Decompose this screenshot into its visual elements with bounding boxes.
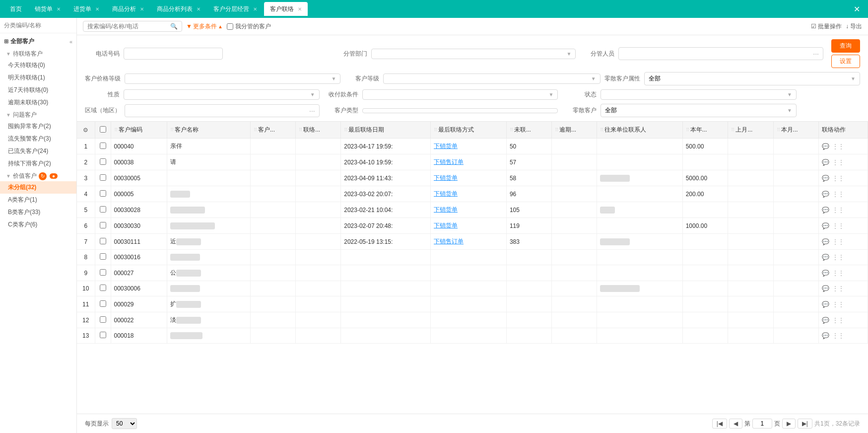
window-close-icon[interactable]: ✕ bbox=[850, 4, 864, 14]
row-check[interactable] bbox=[95, 170, 111, 186]
row-check[interactable] bbox=[95, 234, 111, 250]
row-checkbox[interactable] bbox=[100, 158, 106, 165]
sidebar-item-7days[interactable]: 近7天待联络(0) bbox=[0, 84, 76, 96]
row-last-contact-method[interactable]: 下销售订单 bbox=[431, 154, 507, 170]
problem-customers-group[interactable]: ▼ 问题客户 bbox=[0, 109, 76, 120]
more-icon[interactable]: ⋮⋮ bbox=[832, 332, 844, 339]
more-icon[interactable]: ⋮⋮ bbox=[832, 270, 844, 277]
region-dots-icon[interactable]: ··· bbox=[309, 107, 315, 115]
row-check[interactable] bbox=[95, 139, 111, 154]
sidebar-item-tomorrow[interactable]: 明天待联络(1) bbox=[0, 72, 76, 84]
next-page-btn[interactable]: ▶ bbox=[782, 419, 796, 429]
row-last-contact-method[interactable]: 下销货单 bbox=[431, 170, 507, 186]
row-checkbox[interactable] bbox=[100, 238, 106, 244]
filter-search-input[interactable] bbox=[87, 23, 168, 30]
first-page-btn[interactable]: |◀ bbox=[712, 419, 727, 429]
comment-icon[interactable]: 💬 bbox=[822, 191, 829, 198]
sidebar-item-today[interactable]: 今天待联络(0) bbox=[0, 59, 76, 72]
contact-method-link[interactable]: 下销售订单 bbox=[434, 158, 464, 165]
close-customer-contact-icon[interactable]: ✕ bbox=[298, 6, 302, 12]
payment-select[interactable]: ▼ bbox=[362, 89, 558, 100]
row-checkbox[interactable] bbox=[100, 332, 106, 338]
comment-icon[interactable]: 💬 bbox=[822, 159, 829, 166]
filter-search-container[interactable]: 🔍 bbox=[83, 21, 182, 32]
more-icon[interactable]: ⋮⋮ bbox=[832, 143, 844, 150]
row-last-contact-method[interactable]: 下销货单 bbox=[431, 202, 507, 218]
close-product-analysis-icon[interactable]: ✕ bbox=[140, 6, 144, 12]
close-sales-icon[interactable]: ✕ bbox=[57, 6, 61, 12]
contact-method-link[interactable]: 下销货单 bbox=[434, 222, 458, 229]
reset-button[interactable]: 设置 bbox=[831, 55, 860, 68]
sidebar-item-declining[interactable]: 持续下滑客户(2) bbox=[0, 157, 76, 170]
contact-method-link[interactable]: 下销货单 bbox=[434, 190, 458, 197]
nature-select[interactable]: ▼ bbox=[124, 89, 320, 100]
sidebar-item-class-a[interactable]: A类客户(1) bbox=[0, 194, 76, 206]
filter-search-icon[interactable]: 🔍 bbox=[170, 23, 178, 30]
more-icon[interactable]: ⋮⋮ bbox=[832, 191, 844, 198]
sidebar-search-container[interactable]: 🔍 bbox=[0, 18, 76, 33]
comment-icon[interactable]: 💬 bbox=[822, 332, 829, 339]
price-level-select[interactable]: ▼ bbox=[125, 73, 340, 84]
sidebar-item-attrition-warning[interactable]: 流失预警客户(3) bbox=[0, 133, 76, 145]
close-product-analysis-list-icon[interactable]: ✕ bbox=[197, 6, 200, 12]
customer-type-select[interactable] bbox=[362, 108, 558, 113]
more-icon[interactable]: ⋮⋮ bbox=[832, 238, 844, 245]
tab-product-analysis-list[interactable]: 商品分析列表 ✕ bbox=[151, 2, 206, 16]
sidebar-item-overdue[interactable]: 逾期未联络(30) bbox=[0, 96, 76, 109]
manager-dots-icon[interactable]: ··· bbox=[813, 50, 819, 58]
value-customers-group[interactable]: ▼ 价值客户 ↻ ● bbox=[0, 170, 76, 181]
check-col[interactable] bbox=[95, 122, 111, 139]
comment-icon[interactable]: 💬 bbox=[822, 301, 829, 308]
more-conditions-btn[interactable]: ▼ 更多条件 ▲ bbox=[186, 22, 223, 31]
row-checkbox[interactable] bbox=[100, 143, 106, 149]
row-checkbox[interactable] bbox=[100, 269, 106, 276]
row-last-contact-method[interactable]: 下销货单 bbox=[431, 186, 507, 202]
row-checkbox[interactable] bbox=[100, 174, 106, 181]
more-icon[interactable]: ⋮⋮ bbox=[832, 222, 844, 229]
row-checkbox[interactable] bbox=[100, 285, 106, 291]
row-checkbox[interactable] bbox=[100, 190, 106, 197]
comment-icon[interactable]: 💬 bbox=[822, 254, 829, 261]
row-checkbox[interactable] bbox=[100, 253, 106, 260]
row-check[interactable] bbox=[95, 202, 111, 218]
row-check[interactable] bbox=[95, 218, 111, 234]
last-page-btn[interactable]: ▶| bbox=[798, 419, 812, 429]
contact-method-link[interactable]: 下销售订单 bbox=[434, 238, 464, 245]
manager-select[interactable]: ··· bbox=[618, 47, 823, 60]
status-select[interactable]: ▼ bbox=[601, 89, 797, 100]
query-button[interactable]: 查询 bbox=[831, 39, 860, 53]
tab-purchase[interactable]: 进货单 ✕ bbox=[67, 2, 105, 16]
tab-home[interactable]: 首页 bbox=[4, 2, 28, 16]
close-customer-segment-icon[interactable]: ✕ bbox=[253, 6, 257, 12]
tab-product-analysis[interactable]: 商品分析 ✕ bbox=[106, 2, 150, 16]
sidebar-item-class-c[interactable]: C类客户(6) bbox=[0, 218, 76, 231]
more-icon[interactable]: ⋮⋮ bbox=[832, 175, 844, 182]
sidebar-item-lost[interactable]: 已流失客户(24) bbox=[0, 145, 76, 157]
comment-icon[interactable]: 💬 bbox=[822, 270, 829, 277]
row-checkbox[interactable] bbox=[100, 222, 106, 228]
phone-input[interactable] bbox=[124, 48, 223, 60]
row-check[interactable] bbox=[95, 265, 111, 281]
customer-level-select[interactable]: ▼ bbox=[383, 73, 600, 84]
comment-icon[interactable]: 💬 bbox=[822, 238, 829, 245]
comment-icon[interactable]: 💬 bbox=[822, 207, 829, 214]
table-settings-icon[interactable]: ⚙ bbox=[83, 127, 88, 134]
settings-col[interactable]: ⚙ bbox=[77, 122, 95, 139]
export-btn[interactable]: ↓ 导出 bbox=[846, 22, 862, 31]
row-last-contact-method[interactable]: 下销货单 bbox=[431, 139, 507, 154]
retail-attr-select[interactable]: 全部 ▼ bbox=[644, 72, 860, 85]
comment-icon[interactable]: 💬 bbox=[822, 285, 829, 292]
row-checkbox[interactable] bbox=[100, 300, 106, 307]
contact-method-link[interactable]: 下销货单 bbox=[434, 174, 458, 181]
more-icon[interactable]: ⋮⋮ bbox=[832, 301, 844, 308]
prev-page-btn[interactable]: ◀ bbox=[729, 419, 742, 429]
tab-customer-segment[interactable]: 客户分层经营 ✕ bbox=[207, 2, 263, 16]
sidebar-item-abnormal[interactable]: 囤购异常客户(2) bbox=[0, 120, 76, 133]
row-check[interactable] bbox=[95, 296, 111, 312]
dept-select[interactable]: ▼ bbox=[371, 49, 576, 59]
select-all-checkbox[interactable] bbox=[100, 126, 106, 133]
row-check[interactable] bbox=[95, 186, 111, 202]
comment-icon[interactable]: 💬 bbox=[822, 143, 829, 150]
row-check[interactable] bbox=[95, 250, 111, 265]
more-icon[interactable]: ⋮⋮ bbox=[832, 285, 844, 292]
